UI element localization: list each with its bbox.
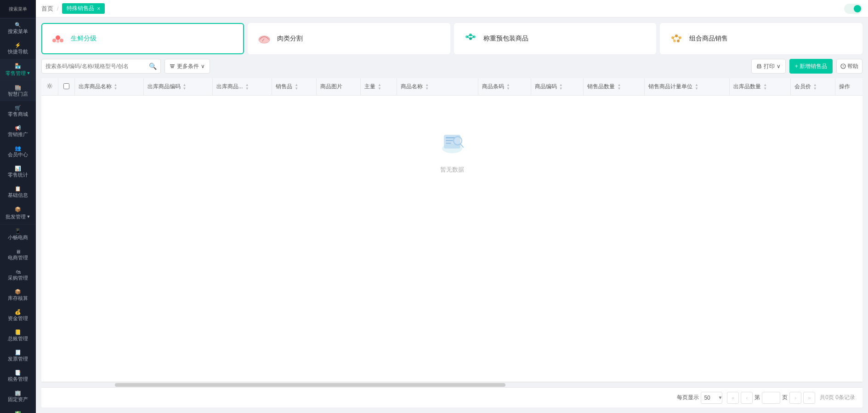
last-page-button[interactable]: » <box>803 392 815 404</box>
search-input[interactable] <box>45 63 146 69</box>
sort-product-name-icon[interactable]: ▲▼ <box>425 83 429 91</box>
th-out-quantity[interactable]: 出库品数量 ▲▼ <box>730 78 790 96</box>
wholesale-mgmt-icon: 📦 <box>15 206 21 212</box>
sidebar-item-wholesale-mgmt-label: 批发管理▼ <box>6 213 31 220</box>
sidebar-item-smart-store-label: 智慧门店 <box>8 91 28 98</box>
sidebar-item-purchase-mgmt[interactable]: 🛍 采购管理 <box>0 265 36 285</box>
select-all-checkbox[interactable] <box>63 83 69 89</box>
th-sales-product[interactable]: 销售品 ▲▼ <box>272 78 317 96</box>
sidebar-item-marketing[interactable]: 📢 营销推广 <box>0 121 36 142</box>
th-main-unit-label: 主量 <box>364 83 375 91</box>
page-unit: 页 <box>782 394 788 402</box>
th-product-code[interactable]: 商品编码 ▲▼ <box>531 78 584 96</box>
top-right-area <box>844 4 862 14</box>
sidebar-item-fixed-assets-label: 固定资产 <box>8 396 28 403</box>
close-tab-icon[interactable]: × <box>97 6 100 12</box>
active-tab-badge[interactable]: 特殊销售品 × <box>62 3 105 14</box>
mini-ecommerce-icon: 📱 <box>15 228 21 234</box>
th-out-product-code[interactable]: 出库商品编码 ▲▼ <box>143 78 212 96</box>
sort-main-unit-icon[interactable]: ▲▼ <box>378 83 381 91</box>
sort-out-product-spec-icon[interactable]: ▲▼ <box>245 83 249 91</box>
empty-state-text: 暂无数据 <box>440 166 464 174</box>
search-box[interactable]: 🔍 <box>41 59 161 74</box>
table-wrapper: 出库商品名称 ▲▼ 出库商品编码 ▲▼ <box>41 78 862 407</box>
toggle-switch-icon[interactable] <box>844 4 862 14</box>
per-page-dropdown[interactable]: 20 50 100 <box>701 392 722 404</box>
sidebar-item-retail-stats[interactable]: 📊 零售统计 <box>0 162 36 182</box>
sort-out-product-code-icon[interactable]: ▲▼ <box>183 83 187 91</box>
sort-product-barcode-icon[interactable]: ▲▼ <box>506 83 510 91</box>
th-main-unit[interactable]: 主量 ▲▼ <box>360 78 397 96</box>
print-arrow-icon: ∨ <box>777 63 781 69</box>
sidebar-item-basic-info[interactable]: 📋 基础信息 <box>0 182 36 202</box>
help-button[interactable]: ? 帮助 <box>836 59 862 74</box>
sidebar-item-finance[interactable]: 💰 资金管理 <box>0 305 36 326</box>
column-settings-icon[interactable] <box>46 83 53 89</box>
th-settings[interactable] <box>41 78 58 96</box>
th-out-product-spec-label: 出库商品... <box>216 83 243 91</box>
sidebar-item-retail-mall[interactable]: 🛒 零售商城 <box>0 101 36 121</box>
sidebar-item-general-ledger[interactable]: 📒 总账管理 <box>0 326 36 346</box>
th-product-name[interactable]: 商品名称 ▲▼ <box>397 78 478 96</box>
sidebar-item-ecommerce-mgmt[interactable]: 🖥 电商管理 <box>0 245 36 265</box>
tab-weight-package[interactable]: 称重预包装商品 <box>454 23 657 54</box>
tab-fresh-grade[interactable]: 生鲜分级 <box>41 23 244 54</box>
print-button[interactable]: 打印 ∨ <box>751 59 786 74</box>
th-out-product-name[interactable]: 出库商品名称 ▲▼ <box>74 78 143 96</box>
th-product-barcode[interactable]: 商品条码 ▲▼ <box>478 78 531 96</box>
svg-rect-34 <box>446 143 451 144</box>
sidebar-item-inventory[interactable]: 📦 库存核算 <box>0 285 36 305</box>
svg-point-12 <box>469 37 472 40</box>
th-member-price[interactable]: 会员价 ▲▼ <box>790 78 835 96</box>
svg-text:?: ? <box>842 65 844 68</box>
sidebar-item-fixed-assets[interactable]: 🏢 固定资产 <box>0 386 36 407</box>
tab-combo-product[interactable]: 组合商品销售 <box>660 23 862 54</box>
next-page-button[interactable]: › <box>789 392 801 404</box>
filter-button[interactable]: 更多条件 ∨ <box>165 59 210 74</box>
sidebar-item-retail-mgmt[interactable]: 🏪 零售管理▼ <box>0 59 36 81</box>
table-header-row: 出库商品名称 ▲▼ 出库商品编码 ▲▼ <box>41 78 862 96</box>
tab-meat-cut[interactable]: 肉类分割 <box>248 23 450 54</box>
sort-sales-product-icon[interactable]: ▲▼ <box>295 83 298 91</box>
sidebar-item-search-menu[interactable]: 🔍 搜索菜单 <box>0 18 36 39</box>
inventory-icon: 📦 <box>15 289 21 295</box>
sidebar-item-marketing-label: 营销推广 <box>8 131 28 138</box>
svg-rect-26 <box>758 67 760 67</box>
th-out-quantity-label: 出库品数量 <box>733 83 761 91</box>
sidebar-item-invoice-mgmt[interactable]: 🧾 发票管理 <box>0 346 36 366</box>
first-page-button[interactable]: « <box>727 392 739 404</box>
sort-out-quantity-icon[interactable]: ▲▼ <box>763 83 767 91</box>
breadcrumb-home[interactable]: 首页 <box>41 5 53 13</box>
sort-member-price-icon[interactable]: ▲▼ <box>813 83 817 91</box>
sort-product-code-icon[interactable]: ▲▼ <box>559 83 563 91</box>
th-sales-unit[interactable]: 销售商品计量单位 ▲▼ <box>644 78 729 96</box>
new-sales-product-button[interactable]: + 新增销售品 <box>789 59 833 74</box>
sidebar-item-tax-mgmt[interactable]: 📑 税务管理 <box>0 366 36 386</box>
sort-out-product-name-icon[interactable]: ▲▼ <box>114 83 118 91</box>
sidebar-item-hr[interactable]: 💵 工资 <box>0 407 36 413</box>
th-out-product-spec[interactable]: 出库商品... ▲▼ <box>212 78 272 96</box>
sidebar-item-smart-store[interactable]: 🏬 智慧门店 <box>0 81 36 101</box>
prev-page-button[interactable]: ‹ <box>741 392 753 404</box>
th-sales-unit-label: 销售商品计量单位 <box>648 83 692 91</box>
sort-sales-quantity-icon[interactable]: ▲▼ <box>617 83 621 91</box>
th-checkbox[interactable] <box>58 78 74 96</box>
th-out-product-name-label: 出库商品名称 <box>79 83 112 91</box>
horizontal-scrollbar[interactable] <box>41 382 862 387</box>
scrollbar-thumb[interactable] <box>115 383 505 387</box>
table-scroll[interactable]: 出库商品名称 ▲▼ 出库商品编码 ▲▼ <box>41 78 862 382</box>
sidebar-item-wholesale-mgmt[interactable]: 📦 批发管理▼ <box>0 202 36 224</box>
th-sales-quantity[interactable]: 销售品数量 ▲▼ <box>584 78 644 96</box>
retail-mgmt-icon: 🏪 <box>15 63 21 69</box>
svg-point-0 <box>52 39 56 42</box>
search-icon[interactable]: 🔍 <box>149 63 157 70</box>
tabs-row: 生鲜分级 肉类分割 <box>41 23 862 54</box>
sidebar-item-mini-ecommerce[interactable]: 📱 小畅电商 <box>0 224 36 245</box>
marketing-icon: 📢 <box>15 125 21 131</box>
filter-label: 更多条件 <box>177 63 199 70</box>
sort-sales-unit-icon[interactable]: ▲▼ <box>695 83 698 91</box>
sidebar-item-quick-nav[interactable]: ⚡ 快捷导航 <box>0 39 36 59</box>
combo-product-icon <box>668 30 685 47</box>
page-number-input[interactable]: 1 <box>762 392 780 404</box>
sidebar-item-member-center[interactable]: 👥 会员中心 <box>0 142 36 162</box>
